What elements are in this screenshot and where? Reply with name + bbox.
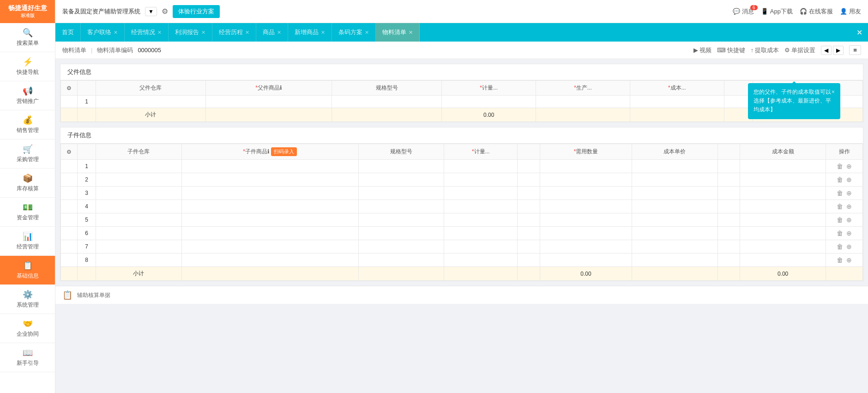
header-right: 💬 消息 6 📱 App下载 🎧 在线客服 👤 用友 (733, 7, 861, 16)
child-col-price: 成本单价 (632, 144, 717, 160)
parent-col-cost: *成本... (630, 81, 724, 96)
copy-icon[interactable]: ⊕ (846, 230, 852, 237)
bottom-label: 辅助核算单据 (77, 291, 110, 299)
delete-icon[interactable]: 🗑 (837, 243, 843, 250)
message-btn[interactable]: 💬 消息 6 (733, 7, 754, 16)
delete-icon[interactable]: 🗑 (837, 176, 843, 183)
child-col-warehouse: 子件仓库 (96, 144, 182, 160)
tab-close-icon[interactable]: ✕ (409, 30, 413, 36)
user-menu[interactable]: 👤 用友 (840, 7, 861, 16)
copy-icon[interactable]: ⊕ (846, 216, 852, 224)
sidebar-item-搜索菜单[interactable]: 🔍 搜索菜单 (0, 23, 55, 52)
sidebar-label: 销售管理 (17, 127, 39, 134)
tab-label: 新增商品 (295, 28, 319, 36)
tooltip-text: 您的父件、子件的成本取值可以选择【参考成本、最新进价、平均成本】 (753, 89, 831, 113)
copy-icon[interactable]: ⊕ (846, 189, 852, 197)
nav-tab-客户联络[interactable]: 客户联络 ✕ (81, 23, 125, 42)
copy-icon[interactable]: ⊕ (846, 243, 852, 250)
sidebar-label: 采购管理 (17, 156, 39, 163)
nav-tab-首页[interactable]: 首页 (55, 23, 81, 42)
sidebar-icon: 📖 (23, 348, 33, 358)
sidebar-item-基础信息[interactable]: 📋 基础信息 (0, 256, 55, 285)
sidebar-item-企业协同[interactable]: 🤝 企业协同 (0, 314, 55, 343)
close-all-tabs-btn[interactable]: ✕ (851, 28, 868, 37)
tab-label: 首页 (62, 28, 74, 36)
gear-button[interactable]: ⚙ (162, 7, 168, 16)
parent-subtotal-row: 小计 0.00 0.00 (61, 108, 863, 122)
sidebar-item-资金管理[interactable]: 💵 资金管理 (0, 198, 55, 227)
download-icon: 📱 (761, 8, 768, 15)
scan-btn[interactable]: 扫码录入 (271, 147, 297, 156)
trial-button[interactable]: 体验行业方案 (173, 5, 220, 18)
sidebar-item-系统管理[interactable]: ⚙️ 系统管理 (0, 285, 55, 314)
tab-label: 物料清单 (382, 28, 406, 36)
nav-tab-新增商品[interactable]: 新增商品 ✕ (288, 23, 332, 42)
sidebar-item-快捷导航[interactable]: ⚡ 快捷导航 (0, 52, 55, 81)
delete-icon[interactable]: 🗑 (837, 256, 843, 264)
sidebar-label: 搜索菜单 (17, 39, 39, 47)
sidebar-item-经营管理[interactable]: 📊 经营管理 (0, 227, 55, 256)
sidebar-item-采购管理[interactable]: 🛒 采购管理 (0, 139, 55, 169)
child-col-amount: 成本金额 (740, 144, 826, 160)
child-subtotal-row: 小计 0.00 0.00 (61, 267, 863, 281)
sidebar-label: 经营管理 (17, 243, 39, 251)
tooltip-close-btn[interactable]: × (832, 88, 835, 97)
copy-icon[interactable]: ⊕ (846, 256, 852, 264)
parent-row-1: 1 (61, 96, 863, 108)
tab-close-icon[interactable]: ✕ (201, 30, 205, 36)
delete-icon[interactable]: 🗑 (837, 216, 843, 224)
sidebar-label: 企业协同 (17, 330, 39, 338)
sidebar-label: 系统管理 (17, 301, 39, 309)
copy-icon[interactable]: ⊕ (846, 163, 852, 170)
tab-close-icon[interactable]: ✕ (157, 30, 162, 36)
keyboard-icon: ⌨ (717, 47, 726, 54)
system-dropdown-btn[interactable]: ▼ (145, 7, 157, 16)
parent-col-num (78, 81, 96, 96)
parent-col-spec: 规格型号 (332, 81, 442, 96)
sidebar-item-营销推广[interactable]: 📢 营销推广 (0, 81, 55, 110)
message-badge: 6 (750, 5, 758, 10)
copy-icon[interactable]: ⊕ (846, 176, 852, 183)
nav-tab-经营历程[interactable]: 经营历程 ✕ (212, 23, 256, 42)
nav-tab-利润报告[interactable]: 利润报告 ✕ (169, 23, 212, 42)
tab-label: 经营历程 (219, 28, 243, 36)
nav-tab-商品[interactable]: 商品 ✕ (256, 23, 288, 42)
sidebar-icon: 📦 (23, 173, 33, 183)
nav-tab-条码方案[interactable]: 条码方案 ✕ (332, 23, 376, 42)
delete-icon[interactable]: 🗑 (837, 203, 843, 210)
nav-tab-经营情况[interactable]: 经营情况 ✕ (125, 23, 169, 42)
shortcut-btn[interactable]: ⌨ 快捷键 (717, 46, 745, 54)
online-service-btn[interactable]: 🎧 在线客服 (800, 7, 833, 16)
delete-icon[interactable]: 🗑 (837, 230, 843, 237)
copy-icon[interactable]: ⊕ (846, 203, 852, 210)
video-btn[interactable]: ▶ 视频 (693, 46, 711, 54)
delete-icon[interactable]: 🗑 (837, 163, 843, 170)
sidebar-item-新手引导[interactable]: 📖 新手引导 (0, 343, 55, 372)
sidebar-label: 营销推广 (17, 97, 39, 105)
sidebar-icon: 🛒 (23, 144, 33, 154)
tab-close-icon[interactable]: ✕ (365, 30, 369, 36)
sidebar-icon: 📋 (23, 260, 33, 271)
extract-cost-btn[interactable]: ↑ 提取成本 (751, 46, 779, 54)
prev-btn[interactable]: ◀ (821, 46, 832, 55)
child-section: 子件信息 ⚙ 子件仓库 *子件商品ℹ 扫码录入 规格型号 *计量... *需用数… (60, 127, 863, 281)
tab-close-icon[interactable]: ✕ (114, 30, 118, 36)
page-nav-arrows: ◀ ▶ (821, 46, 844, 55)
page-header-bar: 物料清单 | 物料清单编码 0000005 ▶ 视频 ⌨ 快捷键 ↑ 提取成本 (55, 42, 868, 59)
main-area: 装备及固定资产辅助管理系统 ▼ ⚙ 体验行业方案 💬 消息 6 📱 App下载 … (55, 0, 868, 393)
sidebar-item-库存核算[interactable]: 📦 库存核算 (0, 169, 55, 198)
delete-icon[interactable]: 🗑 (837, 189, 843, 197)
user-label: 用友 (849, 7, 861, 16)
list-view-btn[interactable]: ≡ (849, 45, 861, 55)
tab-close-icon[interactable]: ✕ (277, 30, 281, 36)
headset-icon: 🎧 (800, 8, 807, 15)
tab-close-icon[interactable]: ✕ (321, 30, 325, 36)
tab-close-icon[interactable]: ✕ (245, 30, 249, 36)
sidebar-item-销售管理[interactable]: 💰 销售管理 (0, 110, 55, 139)
single-settings-btn[interactable]: ⚙ 单据设置 (784, 46, 815, 54)
sidebar-icon: ⚙️ (23, 290, 33, 300)
next-btn[interactable]: ▶ (833, 46, 844, 55)
nav-tab-物料清单[interactable]: 物料清单 ✕ (376, 23, 420, 42)
child-col-gear: ⚙ (61, 144, 78, 160)
app-download-btn[interactable]: 📱 App下载 (761, 7, 793, 16)
